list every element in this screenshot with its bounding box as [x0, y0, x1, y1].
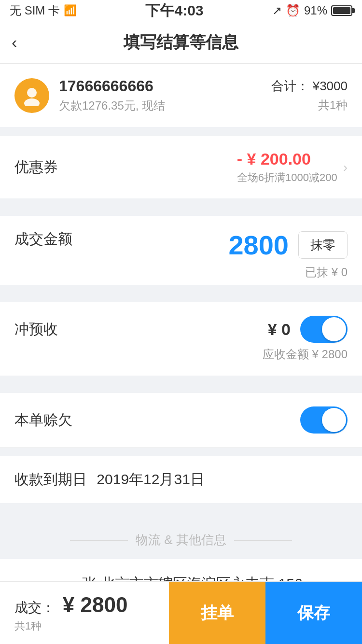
status-time: 下午4:03: [145, 1, 203, 21]
coupon-discount: - ¥ 200.00: [237, 150, 337, 168]
user-info-row: 17666666666 欠款1276.35元, 现结 合计： ¥3000 共1种: [0, 64, 362, 127]
deal-amount-value-area: 2800 抹零 已抹 ¥ 0: [72, 229, 348, 280]
location-icon: ↗: [272, 4, 282, 17]
svg-point-0: [27, 88, 37, 98]
chong-sub: 应收金额 ¥ 2800: [14, 347, 348, 362]
content-area: 17666666666 欠款1276.35元, 现结 合计： ¥3000 共1种…: [0, 64, 362, 644]
deal-amount-value: 2800: [228, 229, 289, 261]
coupon-row[interactable]: 优惠券 - ¥ 200.00 全场6折满1000减200 ›: [0, 136, 362, 198]
save-button[interactable]: 保存: [265, 582, 362, 644]
benshun-toggle[interactable]: [300, 406, 348, 434]
bottom-buttons: 挂单 保存: [169, 582, 362, 644]
bottom-deal-amount: ¥ 2800: [63, 593, 128, 616]
user-phone: 17666666666: [59, 77, 271, 95]
deal-amount-label: 成交金额: [14, 229, 72, 249]
wifi-icon: 📶: [64, 4, 77, 17]
coupon-discount-area: - ¥ 200.00 全场6折满1000减200: [237, 150, 337, 185]
hang-button[interactable]: 挂单: [169, 582, 265, 644]
chevron-right-icon: ›: [343, 160, 348, 175]
chong-toggle[interactable]: [300, 316, 348, 343]
bottom-summary: 成交： ¥ 2800 共1种: [0, 593, 169, 633]
nav-bar: ‹ 填写结算等信息: [0, 21, 362, 64]
avatar: [14, 78, 49, 113]
bottom-deal-line: 成交： ¥ 2800: [14, 593, 154, 617]
status-left: 无 SIM 卡 📶: [10, 3, 77, 18]
page-title: 填写结算等信息: [124, 31, 238, 54]
status-right: ↗ ⏰ 91%: [272, 4, 352, 17]
benshun-label: 本单赊欠: [14, 410, 72, 430]
sim-status: 无 SIM 卡: [10, 3, 60, 18]
user-sub: 欠款1276.35元, 现结: [59, 98, 271, 113]
coupon-desc: 全场6折满1000减200: [237, 170, 337, 185]
due-date-label: 收款到期日: [14, 471, 87, 487]
chong-amount: ¥ 0: [268, 320, 291, 339]
total-count: 共1种: [271, 98, 348, 113]
svg-point-1: [24, 98, 40, 106]
deal-amount-section: 成交金额 2800 抹零 已抹 ¥ 0: [0, 216, 362, 285]
due-date-row: 收款到期日 2019年12月31日: [0, 456, 362, 503]
user-info: 17666666666 欠款1276.35元, 现结: [59, 77, 271, 113]
total-label: 合计： ¥3000: [271, 78, 348, 95]
section-divider-3: [0, 384, 362, 393]
battery-icon: [331, 5, 352, 16]
deal-amount-row: 成交金额 2800 抹零 已抹 ¥ 0: [0, 216, 362, 285]
user-amount: 合计： ¥3000 共1种: [271, 78, 348, 113]
logistics-text: 物流 & 其他信息: [62, 532, 300, 548]
round-zero-button[interactable]: 抹零: [298, 231, 348, 259]
deal-amount-col: 2800 抹零 已抹 ¥ 0: [228, 229, 348, 280]
chong-top: 冲预收 ¥ 0: [14, 316, 348, 343]
benshun-row: 本单赊欠: [0, 393, 362, 448]
section-divider-1: [0, 207, 362, 216]
chong-yushou-row: 冲预收 ¥ 0 应收金额 ¥ 2800: [0, 302, 362, 376]
chong-label: 冲预收: [14, 320, 58, 339]
coupon-label: 优惠券: [14, 157, 58, 177]
bottom-count: 共1种: [14, 619, 154, 633]
benshun-toggle-knob: [322, 408, 346, 432]
total-value: ¥3000: [313, 79, 348, 93]
toggle-knob: [322, 317, 346, 341]
status-bar: 无 SIM 卡 📶 下午4:03 ↗ ⏰ 91%: [0, 0, 362, 21]
coupon-right: - ¥ 200.00 全场6折满1000减200 ›: [237, 150, 348, 185]
due-date-value: 2019年12月31日: [97, 471, 204, 487]
chong-right: ¥ 0: [268, 316, 348, 343]
bottom-deal-label: 成交：: [14, 600, 55, 615]
back-button[interactable]: ‹: [12, 33, 17, 52]
section-divider-2: [0, 294, 362, 302]
alarm-icon: ⏰: [286, 4, 300, 17]
logistics-divider: 物流 & 其他信息: [0, 520, 362, 559]
section-divider-4: [0, 512, 362, 520]
deal-amount-sub: 已抹 ¥ 0: [305, 265, 348, 280]
battery-percent: 91%: [304, 4, 327, 17]
bottom-bar: 成交： ¥ 2800 共1种 挂单 保存: [0, 581, 362, 644]
